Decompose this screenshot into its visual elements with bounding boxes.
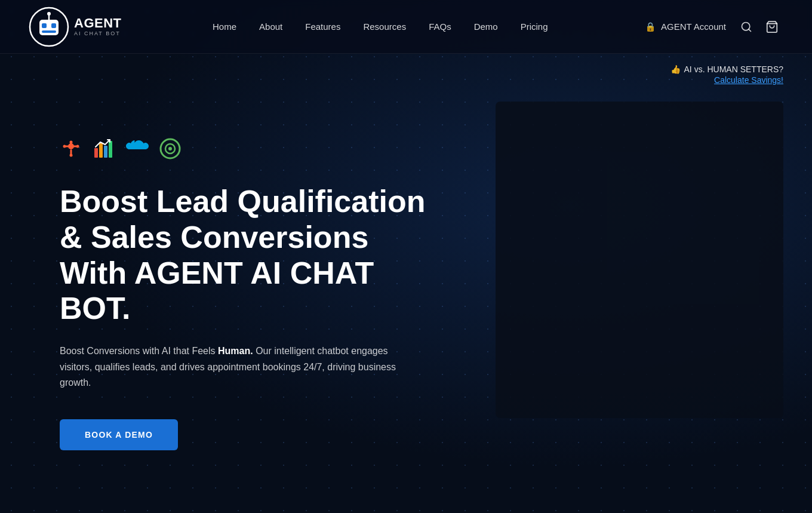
ringcentral-icon [159,137,182,160]
svg-rect-3 [51,23,56,28]
logo-icon [29,7,69,47]
book-demo-button[interactable]: BOOK A DEMO [60,419,178,450]
svg-point-19 [63,145,66,148]
lock-icon: 🔒 [645,21,656,32]
nav-pricing[interactable]: Pricing [512,18,556,35]
hero-video-panel [496,102,783,418]
svg-rect-23 [109,141,112,158]
svg-point-13 [70,154,73,157]
salesforce-icon [124,139,149,158]
nav-about[interactable]: About [251,18,291,35]
search-icon [740,21,752,33]
navbar: AGENT AI CHAT BOT Home About Features Re… [0,0,812,54]
nav-right: 🔒 AGENT Account [639,16,783,38]
svg-rect-4 [42,30,56,33]
svg-rect-20 [94,148,98,158]
logo-text: AGENT AI CHAT BOT [74,16,122,36]
svg-line-8 [749,29,751,31]
svg-point-6 [47,12,51,16]
cart-button[interactable] [761,16,783,38]
svg-point-17 [76,145,79,148]
hubspot-icon [60,137,82,160]
nav-faqs[interactable]: FAQs [420,18,460,35]
cart-icon [765,20,779,33]
svg-rect-2 [42,23,47,28]
nav-features[interactable]: Features [297,18,349,35]
svg-rect-22 [104,146,107,158]
hero-heading: Boost Lead Qualification & Sales Convers… [60,184,442,327]
barchart-icon [92,137,115,160]
svg-rect-21 [99,143,103,158]
svg-point-15 [70,141,73,144]
hero-subtext: Boost Conversions with AI that Feels Hum… [60,343,400,391]
page: AGENT AI CHAT BOT Home About Features Re… [0,0,812,513]
integration-icons [60,137,478,160]
nav-home[interactable]: Home [204,18,245,35]
account-link[interactable]: 🔒 AGENT Account [639,18,732,36]
svg-point-26 [168,147,172,150]
nav-resources[interactable]: Resources [355,18,414,35]
hero-section: Boost Lead Qualification & Sales Convers… [0,54,812,513]
nav-links: Home About Features Resources FAQs Demo … [204,21,556,32]
search-button[interactable] [736,16,757,38]
hero-left: Boost Lead Qualification & Sales Convers… [60,90,478,450]
logo-link[interactable]: AGENT AI CHAT BOT [29,7,122,47]
nav-demo[interactable]: Demo [466,18,506,35]
